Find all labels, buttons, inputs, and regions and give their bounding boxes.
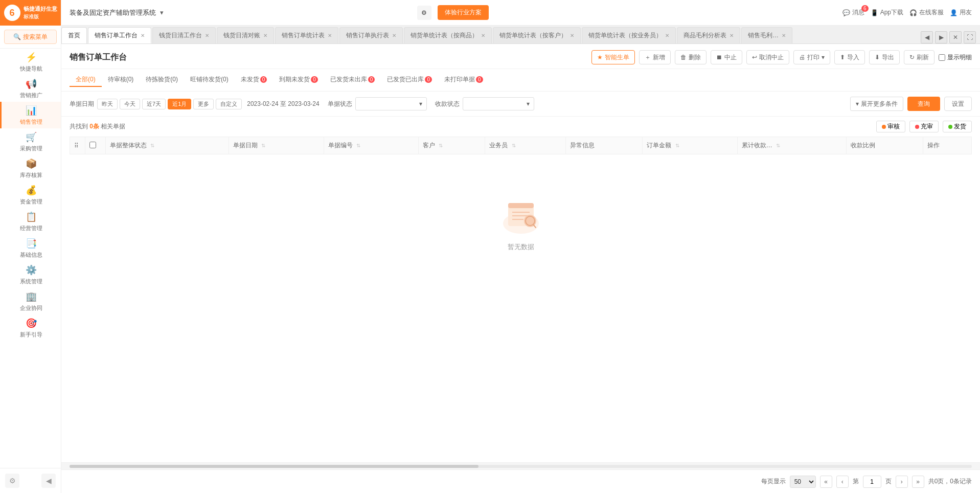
tab-sales-margin[interactable]: 销售毛利… ✕ [741, 27, 792, 43]
select-all-checkbox[interactable] [89, 142, 96, 148]
tab-close-staff-stats[interactable]: ✕ [665, 33, 669, 38]
sidebar-item-base-info[interactable]: 📑 基础信息 [0, 235, 61, 261]
message-button[interactable]: 💬 消息 6 [842, 8, 864, 17]
prev-page-button[interactable]: ‹ [836, 476, 849, 488]
search-menu-button[interactable]: 🔍 搜索菜单 [4, 30, 57, 44]
tab-customer-stats[interactable]: 销货单统计表（按客户） ✕ [493, 27, 581, 43]
first-page-button[interactable]: « [820, 476, 832, 488]
sidebar-item-purchase[interactable]: 🛒 采购管理 [0, 128, 61, 155]
online-service-button[interactable]: 🎧 在线客服 [909, 8, 944, 17]
date-btn-1month[interactable]: 近1月 [168, 99, 191, 109]
tab-close-margin-analysis[interactable]: ✕ [730, 33, 734, 38]
expand-filters-button[interactable]: ▾ 展开更多条件 [850, 97, 903, 111]
user-menu-button[interactable]: 👤 用友 [950, 8, 972, 17]
scroll-thumb[interactable] [70, 465, 478, 468]
scroll-track[interactable] [70, 465, 972, 468]
filter-tab-unshipped[interactable]: 未发货0 [235, 73, 274, 87]
filter-tab-pending-pick[interactable]: 待拣验货(0) [140, 73, 184, 87]
filter-tab-unprinted[interactable]: 未打印单据0 [438, 73, 489, 87]
app-download-button[interactable]: 📱 App下载 [871, 8, 903, 17]
tab-nav-next[interactable]: ▶ [935, 31, 947, 43]
tab-close-customer-stats[interactable]: ✕ [570, 33, 574, 38]
settings-config-button[interactable]: ⚙ [417, 6, 431, 20]
tab-close-sales-exec[interactable]: ✕ [392, 33, 396, 38]
stop-button[interactable]: ⏹ 中止 [711, 50, 742, 64]
industry-solution-button[interactable]: 体验行业方案 [438, 5, 489, 20]
tab-close-cash-daily[interactable]: ✕ [205, 33, 209, 38]
delete-button[interactable]: 🗑 删除 [675, 50, 706, 64]
batch-ship-button[interactable]: 发货 [943, 121, 972, 132]
batch-review-button[interactable]: 审核 [876, 121, 905, 132]
next-page-button[interactable]: › [896, 476, 908, 488]
filter-tab-pending-review[interactable]: 待审核(0) [102, 73, 140, 87]
tab-close-sales-workbench[interactable]: ✕ [141, 33, 145, 38]
sidebar-item-operations[interactable]: 📋 经营管理 [0, 208, 61, 235]
filter-setting-button[interactable]: 设置 [944, 97, 972, 111]
tab-close-goods-stats[interactable]: ✕ [481, 33, 485, 38]
th-staff[interactable]: 业务员 ⇅ [485, 137, 566, 154]
filter-tab-wangpu[interactable]: 旺铺待发货(0) [184, 73, 235, 87]
th-number[interactable]: 单据编号 ⇅ [324, 137, 419, 154]
th-status[interactable]: 单据整体状态 ⇅ [106, 137, 229, 154]
import-button[interactable]: ⬆ 导入 [834, 50, 865, 64]
th-customer[interactable]: 客户 ⇅ [419, 137, 485, 154]
date-btn-custom[interactable]: 自定义 [216, 99, 242, 109]
topbar-dropdown-icon[interactable]: ▾ [160, 9, 164, 16]
page-size-select[interactable]: 50 20 100 [790, 476, 816, 488]
last-page-button[interactable]: » [912, 476, 924, 488]
tab-home[interactable]: 首页 [61, 27, 87, 43]
show-detail-input[interactable] [939, 54, 945, 61]
tab-goods-stats[interactable]: 销货单统计表（按商品） ✕ [404, 27, 492, 43]
settings-button[interactable]: ⚙ [5, 474, 19, 488]
tab-cash-reconcile[interactable]: 钱货日清对账 ✕ [217, 27, 274, 43]
date-btn-7days[interactable]: 近7天 [142, 99, 166, 109]
tab-cash-daily[interactable]: 钱货日清工作台 ✕ [152, 27, 216, 43]
collapse-button[interactable]: ◀ [41, 474, 56, 488]
th-date[interactable]: 单据日期 ⇅ [229, 137, 324, 154]
export-button[interactable]: ⬇ 导出 [869, 50, 900, 64]
query-button[interactable]: 查询 [907, 97, 940, 111]
tab-margin-analysis[interactable]: 商品毛利分析表 ✕ [677, 27, 740, 43]
th-received[interactable]: 累计收款… ⇅ [737, 137, 846, 154]
filter-tab-all[interactable]: 全部(0) [70, 73, 102, 87]
tab-close-sales-stats[interactable]: ✕ [328, 33, 332, 38]
tab-close-all[interactable]: ✕ [949, 31, 962, 43]
add-button[interactable]: ＋ 新增 [639, 50, 671, 64]
date-btn-yesterday[interactable]: 昨天 [97, 99, 118, 109]
filter-tab-shipped-out[interactable]: 已发货已出库0 [381, 73, 438, 87]
th-amount[interactable]: 订单金额 ⇅ [643, 137, 738, 154]
sidebar-item-enterprise[interactable]: 🏢 企业协同 [0, 288, 61, 315]
current-page-input[interactable] [863, 476, 881, 488]
print-button[interactable]: 🖨 打印 ▾ [793, 50, 830, 64]
smart-create-button[interactable]: ★ 智能生单 [591, 50, 635, 64]
sidebar-item-inventory[interactable]: 📦 库存核算 [0, 155, 61, 182]
payment-select[interactable]: ▾ [463, 97, 534, 110]
date-btn-more[interactable]: 更多 [193, 99, 214, 109]
tab-close-sales-margin[interactable]: ✕ [782, 33, 786, 38]
refresh-button[interactable]: ↻ 刷新 [904, 50, 935, 64]
sidebar-item-guide[interactable]: 🎯 新手引导 [0, 315, 61, 341]
sidebar-item-marketing[interactable]: 📢 营销推广 [0, 75, 61, 102]
tab-close-cash-reconcile[interactable]: ✕ [263, 33, 267, 38]
date-btn-today[interactable]: 今天 [120, 99, 140, 109]
show-detail-checkbox[interactable]: 显示明细 [939, 53, 972, 62]
tab-staff-stats[interactable]: 销货单统计表（按业务员） ✕ [582, 27, 676, 43]
cancel-icon: ↩ [752, 54, 757, 61]
chevron-down-icon-2: ▾ [527, 100, 530, 107]
cancel-stop-button[interactable]: ↩ 取消中止 [746, 50, 789, 64]
batch-cancel-review-button[interactable]: 充审 [909, 121, 939, 132]
tab-nav-prev[interactable]: ◀ [921, 31, 933, 43]
sidebar-item-finance[interactable]: 💰 资金管理 [0, 182, 61, 208]
tab-fullscreen[interactable]: ⛶ [964, 31, 976, 43]
sidebar-item-quick-nav[interactable]: ⚡ 快捷导航 [0, 49, 61, 75]
tab-sales-stats[interactable]: 销售订单统计表 ✕ [275, 27, 338, 43]
tab-sales-exec[interactable]: 销售订单执行表 ✕ [339, 27, 403, 43]
tab-sales-workbench[interactable]: 销售订单工作台 ✕ [88, 27, 151, 43]
filter-tab-shipped-not-out[interactable]: 已发货未出库0 [324, 73, 381, 87]
horizontal-scrollbar[interactable] [61, 462, 980, 469]
sidebar-item-sales[interactable]: 📊 销售管理 [0, 102, 61, 128]
filter-tab-expired-ship[interactable]: 到期未发货0 [273, 73, 324, 87]
sidebar-item-system[interactable]: ⚙️ 系统管理 [0, 261, 61, 288]
print-dropdown-icon[interactable]: ▾ [822, 54, 825, 61]
status-select[interactable]: ▾ [355, 97, 427, 110]
